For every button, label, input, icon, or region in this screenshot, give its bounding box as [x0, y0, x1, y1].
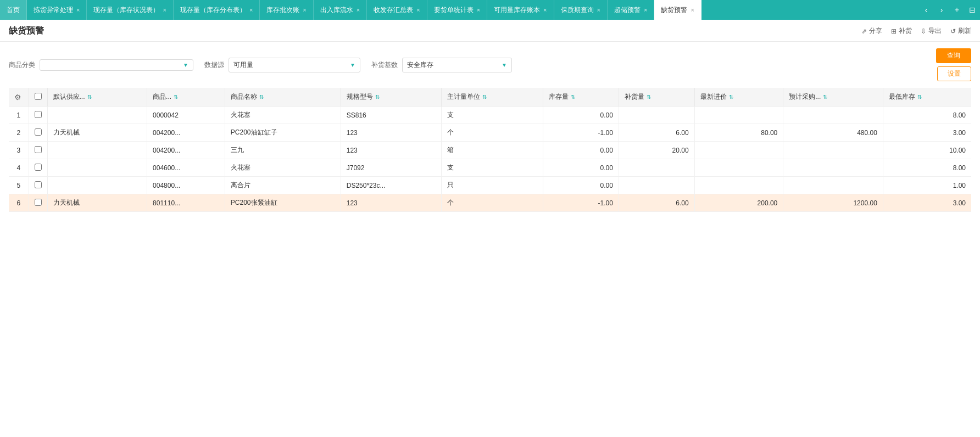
tab-close-exception[interactable]: × — [76, 7, 80, 13]
share-btn[interactable]: ⇗ 分享 — [861, 26, 882, 36]
row-supplier-3 — [47, 159, 147, 177]
row-unit-0: 支 — [441, 107, 543, 124]
tab-exception[interactable]: 拣货异常处理 × — [27, 0, 87, 20]
row-latest-price-2 — [694, 142, 783, 159]
sort-min-stock-icon: ⇅ — [917, 94, 922, 100]
settings-button[interactable]: 设置 — [937, 66, 971, 81]
row-spec-5: 123 — [341, 194, 441, 212]
datasource-select[interactable]: 可用量 ▼ — [229, 58, 360, 72]
sort-est-purchase[interactable]: 预计采购... ⇅ — [789, 92, 877, 102]
row-checkbox-3[interactable] — [35, 164, 42, 171]
select-all-checkbox[interactable] — [35, 93, 42, 100]
tab-close-inventory-dist[interactable]: × — [249, 7, 253, 13]
tab-prev-btn[interactable]: ‹ — [918, 0, 934, 20]
sort-code[interactable]: 商品... ⇅ — [153, 92, 219, 102]
row-spec-2: 123 — [341, 142, 441, 159]
row-min-stock-2: 10.00 — [883, 142, 971, 159]
row-code-1: 004200... — [147, 124, 225, 142]
row-checkbox-0[interactable] — [35, 111, 42, 118]
tab-inventory-dist[interactable]: 现存量（库存分布表） × — [174, 0, 260, 20]
sort-replenish[interactable]: 补货量 ⇅ — [625, 92, 689, 102]
tab-close-inventory-status[interactable]: × — [163, 7, 166, 13]
sort-spec[interactable]: 规格型号 ⇅ — [347, 92, 436, 102]
sort-supplier[interactable]: 默认供应... ⇅ — [53, 92, 142, 102]
tab-inventory-status[interactable]: 现存量（库存状况表） × — [87, 0, 173, 20]
row-num-cell-1: 2 — [9, 124, 29, 142]
tab-inout-flow[interactable]: 出入库流水 × — [314, 0, 367, 20]
row-latest-price-4 — [694, 177, 783, 194]
row-supplier-1: 力天机械 — [47, 124, 147, 142]
tab-expiry[interactable]: 保质期查询 × — [554, 0, 608, 20]
sort-min-stock[interactable]: 最低库存 ⇅ — [889, 92, 966, 102]
replenish-base-arrow-icon: ▼ — [502, 62, 507, 68]
row-num: 1 — [16, 111, 20, 119]
tab-close-overstock[interactable]: × — [644, 7, 647, 13]
tab-receive-summary[interactable]: 收发存汇总表 × — [367, 0, 427, 20]
th-min-stock: 最低库存 ⇅ — [883, 88, 971, 107]
tab-close-receive-summary[interactable]: × — [416, 7, 420, 13]
sort-replenish-icon: ⇅ — [647, 94, 651, 100]
page-header: 缺货预警 ⇗ 分享 ⊞ 补货 ⇩ 导出 ↺ 刷新 — [0, 20, 980, 42]
row-min-stock-0: 8.00 — [883, 107, 971, 124]
tab-close-shortage[interactable]: × — [691, 7, 694, 13]
row-est-purchase-0 — [783, 107, 883, 124]
datasource-filter-group: 数据源 可用量 ▼ — [204, 58, 360, 72]
datasource-arrow-icon: ▼ — [350, 62, 355, 68]
row-stock-4: 0.00 — [543, 177, 619, 194]
row-latest-price-5: 200.00 — [694, 194, 783, 212]
tab-menu-btn[interactable]: ⊟ — [965, 0, 980, 20]
tab-shortage[interactable]: 缺货预警 × — [654, 0, 701, 20]
sort-name[interactable]: 商品名称 ⇅ — [231, 92, 335, 102]
row-replenish-4 — [619, 177, 694, 194]
row-checkbox-5[interactable] — [35, 199, 42, 206]
row-checkbox-1[interactable] — [35, 128, 42, 136]
tab-overstock[interactable]: 超储预警 × — [608, 0, 654, 20]
query-button[interactable]: 查询 — [936, 48, 971, 63]
tab-close-inout-flow[interactable]: × — [357, 7, 360, 13]
tab-home[interactable]: 首页 — [0, 0, 27, 20]
tab-close-batch-account[interactable]: × — [303, 7, 306, 13]
sort-unit[interactable]: 主计量单位 ⇅ — [447, 92, 538, 102]
tab-next-btn[interactable]: › — [934, 0, 949, 20]
tab-batch-account[interactable]: 库存批次账 × — [260, 0, 313, 20]
row-name-0: 火花塞 — [225, 107, 341, 124]
filter-bar: 商品分类 ▼ 数据源 可用量 ▼ 补货基数 安全库存 ▼ 查询 设置 — [0, 42, 980, 88]
tab-close-order-stats[interactable]: × — [477, 7, 480, 13]
row-est-purchase-5: 1200.00 — [783, 194, 883, 212]
page-title: 缺货预警 — [9, 25, 44, 37]
row-checkbox-2[interactable] — [35, 146, 42, 153]
replenish-btn[interactable]: ⊞ 补货 — [891, 26, 912, 36]
tab-close-available-ledger[interactable]: × — [543, 7, 547, 13]
row-name-1: PC200油缸缸子 — [225, 124, 341, 142]
refresh-btn[interactable]: ↺ 刷新 — [950, 26, 971, 36]
tab-close-expiry[interactable]: × — [597, 7, 600, 13]
row-latest-price-3 — [694, 159, 783, 177]
row-spec-1: 123 — [341, 124, 441, 142]
category-select[interactable]: ▼ — [40, 59, 193, 71]
table-container: ⚙ 默认供应... ⇅ 商品... ⇅ — [0, 88, 980, 212]
row-num-cell-0: 1 — [9, 107, 29, 124]
row-stock-1: -1.00 — [543, 124, 619, 142]
row-name-2: 三九 — [225, 142, 341, 159]
sort-latest-price[interactable]: 最新进价 ⇅ — [700, 92, 778, 102]
row-code-5: 801110... — [147, 194, 225, 212]
row-checkbox-4[interactable] — [35, 181, 42, 188]
row-min-stock-4: 1.00 — [883, 177, 971, 194]
table-row: 5 004800... 离合片 DS250*23c... 只 0.00 1.00 — [9, 177, 971, 194]
sort-stock[interactable]: 库存量 ⇅ — [549, 92, 613, 102]
row-code-3: 004600... — [147, 159, 225, 177]
tab-order-stats[interactable]: 要货单统计表 × — [427, 0, 487, 20]
row-replenish-5: 6.00 — [619, 194, 694, 212]
replenish-base-select[interactable]: 安全库存 ▼ — [402, 58, 512, 72]
tab-available-ledger[interactable]: 可用量库存账本 × — [487, 0, 554, 20]
row-latest-price-0 — [694, 107, 783, 124]
th-spec: 规格型号 ⇅ — [341, 88, 441, 107]
settings-gear-icon[interactable]: ⚙ — [14, 93, 21, 102]
tab-new-btn[interactable]: ＋ — [949, 0, 965, 20]
th-checkbox — [29, 88, 47, 107]
export-btn[interactable]: ⇩ 导出 — [921, 26, 942, 36]
row-spec-0: SS816 — [341, 107, 441, 124]
row-spec-3: J7092 — [341, 159, 441, 177]
table-row: 1 0000042 火花塞 SS816 支 0.00 8.00 — [9, 107, 971, 124]
th-unit: 主计量单位 ⇅ — [441, 88, 543, 107]
